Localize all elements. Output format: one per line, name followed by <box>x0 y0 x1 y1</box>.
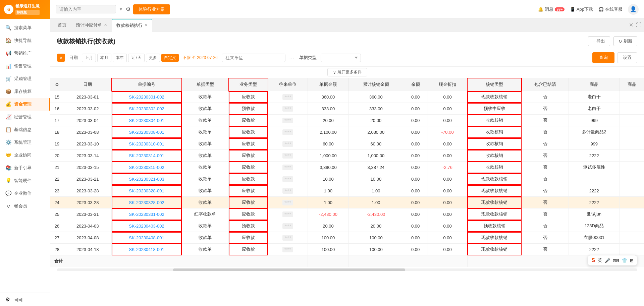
cell-amount: 1,000.00 <box>308 150 349 162</box>
date-btn-this-month[interactable]: 本月 <box>97 54 111 62</box>
table-row[interactable]: 17 2023-03-04 SK-20230304-001 收款单 应收款 **… <box>50 115 644 126</box>
date-custom-btn[interactable]: 自定义 <box>161 54 179 62</box>
tab-receipt[interactable]: 收款核销执行 ✕ <box>112 19 152 32</box>
cell-doc-type: 收款单 <box>182 232 229 244</box>
sidebar-item-collab[interactable]: 🤝企业协同 <box>0 149 50 162</box>
sidebar-item-wechat[interactable]: 💬企业微信 <box>0 187 50 200</box>
sougou-grid-icon[interactable]: ⊞ <box>630 258 634 263</box>
gear-icon[interactable]: ⚙ <box>126 6 130 12</box>
doc-no-link[interactable]: SK-20230314-001 <box>129 153 164 158</box>
doc-no-link[interactable]: SK-20230328-001 <box>129 188 164 193</box>
date-range-display: 不限 至 2023-07-26 <box>183 55 218 61</box>
customer-input[interactable] <box>222 54 285 62</box>
col-biz-type: 业务类型 <box>229 78 268 91</box>
cell-goods2 <box>620 197 644 208</box>
cell-no: 20 <box>50 150 64 162</box>
doc-no-link[interactable]: SK-20230418-001 <box>129 247 164 252</box>
cell-partner: **** <box>268 91 308 103</box>
table-row[interactable]: 26 2023-04-03 SK-20230403-002 收款单 预收款 **… <box>50 220 644 232</box>
tab-home[interactable]: 首页 <box>53 19 71 32</box>
doc-no-link[interactable]: SK-20230310-001 <box>129 141 164 146</box>
table-row[interactable]: 15 2023-03-01 SK-20230301-002 收款单 应收款 **… <box>50 91 644 103</box>
app-download-item[interactable]: 📱 App下载 <box>570 6 593 12</box>
sidebar-item-purchase[interactable]: 🛒采购管理 <box>0 72 50 85</box>
sidebar-item-operations[interactable]: 📈经营管理 <box>0 111 50 123</box>
settings-icon[interactable]: ⚙ <box>5 296 10 303</box>
sidebar-item-system[interactable]: ⚙️系统管理 <box>0 136 50 149</box>
table-row[interactable]: 20 2023-03-14 SK-20230314-001 收款单 应收款 **… <box>50 150 644 162</box>
table-row[interactable]: 22 2023-03-21 SK-20230321-003 收款单 应收款 **… <box>50 173 644 185</box>
filter-expand-btn[interactable]: » <box>57 54 65 62</box>
industry-btn[interactable]: 体验行业方案 <box>133 4 170 14</box>
sougou-toolbar[interactable]: S 英 🎤 ⌨ 👕 ⊞ <box>588 255 637 266</box>
cell-date: 2023-03-02 <box>64 103 112 115</box>
sidebar-item-basics[interactable]: 📋基础信息 <box>0 123 50 136</box>
expand-conditions-btn[interactable]: ∨ 展开更多条件 <box>327 68 367 76</box>
notification-item[interactable]: 🔔 消息 99+ <box>538 6 565 12</box>
doc-no-link[interactable]: SK-20230304-001 <box>129 118 164 123</box>
sidebar-item-inventory[interactable]: 📦库存核算 <box>0 85 50 98</box>
table-row[interactable]: 18 2023-03-08 SK-20230308-001 收款单 应收款 **… <box>50 126 644 138</box>
date-label: 日期 <box>69 55 78 61</box>
cell-incl-settled: 否 <box>522 126 569 138</box>
sidebar-item-member[interactable]: V畅会员 <box>0 200 50 212</box>
collapse-icon[interactable]: ◀◀ <box>14 296 22 303</box>
sidebar-item-quick[interactable]: 🏠快捷导航 <box>0 34 50 47</box>
date-btn-more[interactable]: 更多 <box>146 54 160 62</box>
sidebar-item-marketing[interactable]: 📢营销推广 <box>0 47 50 60</box>
sidebar-item-sales[interactable]: 📊销售管理 <box>0 60 50 72</box>
cell-verified: 10.00 <box>349 173 403 185</box>
sidebar-item-search[interactable]: 🔍搜索菜单 <box>0 21 50 34</box>
table-row[interactable]: 28 2023-04-18 SK-20230418-001 收款单 应收款 **… <box>50 244 644 255</box>
table-scrollbar[interactable] <box>57 268 637 271</box>
doc-no-link[interactable]: SK-20230308-001 <box>129 130 164 135</box>
cell-biz-type: 应收款 <box>229 185 268 197</box>
date-btn-last-month[interactable]: 上月 <box>82 54 96 62</box>
doc-type-select[interactable] <box>321 54 361 62</box>
sidebar-item-guide[interactable]: 📚新手引导 <box>0 162 50 174</box>
table-row[interactable]: 24 2023-03-28 SK-20230328-002 收款单 应收款 **… <box>50 197 644 208</box>
cell-incl-settled: 否 <box>522 232 569 244</box>
cell-doc-type: 收款单 <box>182 150 229 162</box>
dropdown-icon[interactable]: ▼ <box>119 7 123 12</box>
sidebar-item-hardware[interactable]: 💡智能硬件 <box>0 174 50 187</box>
doc-no-link[interactable]: SK-20230315-002 <box>129 165 164 170</box>
doc-no-link[interactable]: SK-20230301-002 <box>129 95 164 100</box>
export-btn[interactable]: ↑ 导出 <box>588 36 610 46</box>
table-row[interactable]: 19 2023-03-10 SK-20230310-001 收款单 应收款 **… <box>50 138 644 150</box>
doc-no-link[interactable]: SK-20230321-003 <box>129 177 164 182</box>
sougou-mic-icon[interactable]: 🎤 <box>605 258 610 263</box>
user-avatar[interactable]: 👤 <box>628 4 639 15</box>
table-row[interactable]: 27 2023-04-08 SK-20230408-001 收款单 应收款 **… <box>50 232 644 244</box>
table-row[interactable]: 25 2023-03-31 SK-20230331-002 红字收款单 应收款 … <box>50 208 644 220</box>
doc-no-link[interactable]: SK-20230328-002 <box>129 200 164 205</box>
query-btn[interactable]: 查询 <box>592 52 614 63</box>
table-container: ⚙ 日期 单据编号 单据类型 业务类型 往来单位 单据金额 累计核销金额 余额 … <box>50 78 644 306</box>
tab-prepay[interactable]: 预计冲应付单 ✕ <box>71 19 112 32</box>
tab-receipt-close[interactable]: ✕ <box>145 23 148 27</box>
doc-no-link[interactable]: SK-20230408-001 <box>129 235 164 240</box>
tab-expand-icon[interactable]: ⛶ <box>636 22 641 28</box>
sougou-keyboard-icon[interactable]: ⌨ <box>613 258 619 263</box>
table-row[interactable]: 21 2023-03-15 SK-20230315-002 收款单 应收款 **… <box>50 162 644 173</box>
doc-no-link[interactable]: SK-20230331-002 <box>129 212 164 217</box>
sougou-shirt-icon[interactable]: 👕 <box>622 258 627 263</box>
date-btn-this-year[interactable]: 本年 <box>113 54 127 62</box>
col-settings[interactable]: ⚙ <box>50 78 64 91</box>
table-row[interactable]: 16 2023-03-02 SK-20230302-002 收款单 预收款 **… <box>50 103 644 115</box>
sidebar-item-finance[interactable]: 💰资金管理 <box>0 98 50 111</box>
cell-verified: 333.00 <box>349 103 403 115</box>
date-btn-7days[interactable]: 近7天 <box>128 54 145 62</box>
table-row[interactable]: 23 2023-03-28 SK-20230328-001 收款单 应收款 **… <box>50 185 644 197</box>
doc-no-link[interactable]: SK-20230302-002 <box>129 106 164 111</box>
breadcrumb-input[interactable] <box>56 5 116 13</box>
tab-close-all-icon[interactable]: ✕ <box>629 22 633 28</box>
refresh-btn[interactable]: ↻ 刷新 <box>613 36 637 46</box>
online-service-item[interactable]: 🎧 在线客服 <box>598 6 623 12</box>
sougou-lang-label[interactable]: 英 <box>598 257 602 263</box>
cell-discount: 0.00 <box>428 150 467 162</box>
filter-settings-btn[interactable]: 设置 <box>617 52 637 63</box>
member-icon: V <box>5 203 11 209</box>
tab-prepay-close[interactable]: ✕ <box>104 23 107 27</box>
doc-no-link[interactable]: SK-20230403-002 <box>129 224 164 229</box>
